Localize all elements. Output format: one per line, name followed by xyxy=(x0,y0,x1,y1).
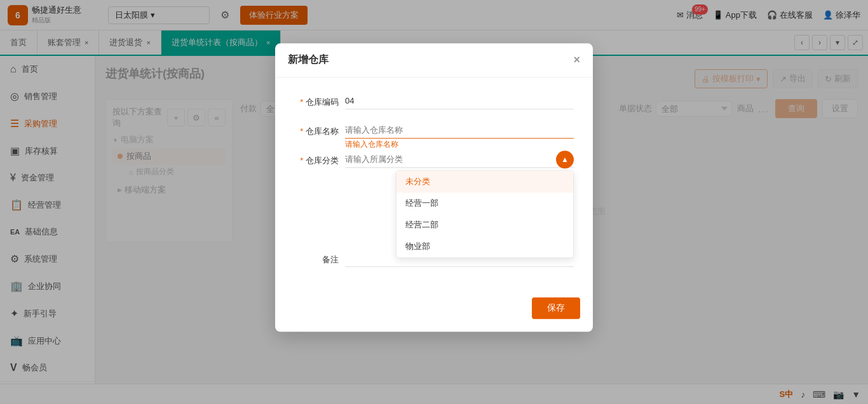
warehouse-name-input[interactable] xyxy=(345,122,574,138)
code-label: 仓库编码 xyxy=(294,93,345,108)
save-button[interactable]: 保存 xyxy=(532,297,580,319)
modal-footer: 保存 xyxy=(275,290,593,332)
category-toggle-button[interactable]: ▲ xyxy=(556,151,574,168)
dropdown-item-uncategorized[interactable]: 未分类 xyxy=(397,171,573,192)
category-label: 仓库分类 xyxy=(294,151,345,166)
warehouse-code-field: 仓库编码 xyxy=(294,93,574,109)
warehouse-name-field: 仓库名称 请输入仓库名称 xyxy=(294,122,574,138)
note-label: 备注 xyxy=(294,250,345,266)
dropdown-item-dept1[interactable]: 经营一部 xyxy=(397,192,573,214)
name-error-message: 请输入仓库名称 xyxy=(345,139,398,150)
warehouse-code-input[interactable] xyxy=(345,93,574,109)
modal-header: 新增仓库 × xyxy=(275,43,593,77)
modal-title: 新增仓库 xyxy=(288,53,329,67)
category-input[interactable] xyxy=(345,151,574,168)
name-label: 仓库名称 xyxy=(294,122,345,137)
add-warehouse-modal: 新增仓库 × 仓库编码 仓库名称 请输入仓库名称 仓库分类 ▲ 未分类 经营一部 xyxy=(275,43,593,332)
modal-close-button[interactable]: × xyxy=(573,53,580,67)
dropdown-item-property[interactable]: 物业部 xyxy=(397,236,573,257)
dropdown-item-dept2[interactable]: 经营二部 xyxy=(397,214,573,236)
category-dropdown: 未分类 经营一部 经营二部 物业部 xyxy=(396,170,574,258)
warehouse-category-field: 仓库分类 ▲ 未分类 经营一部 经营二部 物业部 xyxy=(294,151,574,168)
modal-body: 仓库编码 仓库名称 请输入仓库名称 仓库分类 ▲ 未分类 经营一部 经营二部 物… xyxy=(275,77,593,290)
category-field-wrapper: ▲ 未分类 经营一部 经营二部 物业部 xyxy=(345,151,574,168)
